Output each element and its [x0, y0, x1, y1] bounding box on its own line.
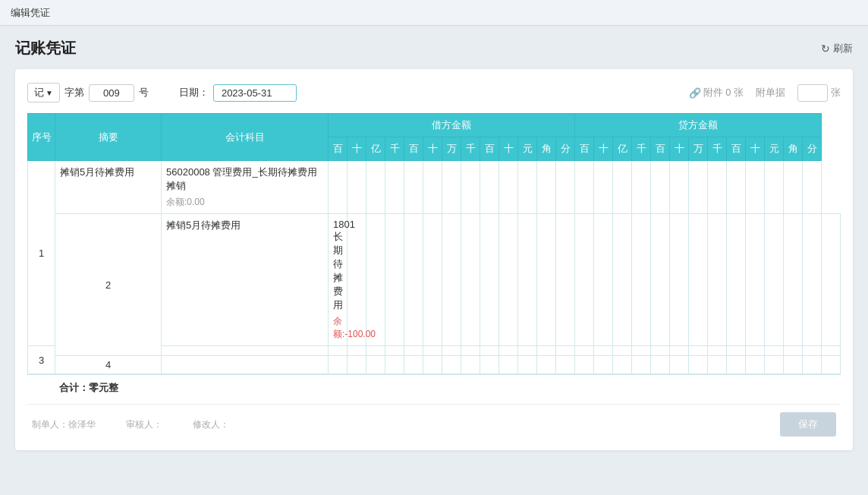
credit-digit-5[interactable] [689, 346, 708, 356]
debit-digit-5[interactable] [423, 161, 442, 214]
credit-digit-5[interactable] [689, 356, 708, 374]
credit-digit-10[interactable] [765, 161, 784, 214]
credit-digit-3[interactable] [632, 161, 651, 214]
debit-digit-12[interactable] [556, 161, 575, 214]
debit-digit-8[interactable] [499, 346, 518, 356]
credit-digit-1[interactable] [613, 356, 632, 374]
credit-digit-9[interactable] [765, 346, 784, 356]
debit-digit-5[interactable] [442, 346, 461, 356]
debit-digit-7[interactable] [480, 356, 499, 374]
type-dropdown[interactable]: 记 ▼ [27, 83, 60, 102]
refresh-button[interactable]: ↻ 刷新 [821, 42, 853, 55]
debit-digit-1[interactable] [366, 214, 385, 346]
debit-digit-9[interactable] [499, 161, 518, 214]
debit-digit-12[interactable] [575, 214, 594, 346]
debit-digit-1[interactable] [366, 346, 385, 356]
debit-digit-8[interactable] [499, 214, 518, 346]
row-subject[interactable] [329, 356, 348, 374]
credit-digit-10[interactable] [784, 346, 803, 356]
debit-digit-7[interactable] [480, 346, 499, 356]
credit-digit-0[interactable] [594, 346, 613, 356]
row-summary[interactable] [162, 346, 329, 356]
debit-digit-7[interactable] [461, 161, 480, 214]
credit-digit-9[interactable] [746, 161, 765, 214]
credit-digit-2[interactable] [632, 214, 651, 346]
debit-digit-6[interactable] [442, 161, 461, 214]
debit-digit-0[interactable] [348, 346, 366, 356]
credit-digit-3[interactable] [651, 356, 670, 374]
debit-digit-10[interactable] [537, 214, 556, 346]
credit-digit-4[interactable] [670, 356, 689, 374]
zhang-input[interactable] [797, 84, 828, 102]
debit-digit-10[interactable] [537, 346, 556, 356]
debit-digit-9[interactable] [518, 214, 537, 346]
credit-digit-4[interactable] [651, 161, 670, 214]
attachment-link[interactable]: 🔗 附件 0 张 [689, 86, 744, 99]
credit-digit-8[interactable] [746, 214, 765, 346]
debit-digit-2[interactable] [385, 214, 404, 346]
debit-digit-9[interactable] [518, 346, 537, 356]
credit-digit-12[interactable] [822, 346, 841, 356]
credit-digit-6[interactable] [708, 214, 727, 346]
credit-digit-1[interactable] [594, 161, 613, 214]
debit-digit-3[interactable] [385, 161, 404, 214]
debit-digit-12[interactable] [575, 346, 594, 356]
credit-digit-7[interactable] [727, 214, 746, 346]
credit-digit-1[interactable] [613, 346, 632, 356]
debit-digit-8[interactable] [499, 356, 518, 374]
row-subject[interactable]: 56020008 管理费用_长期待摊费用摊销余额:0.00 [162, 161, 329, 214]
debit-digit-7[interactable] [480, 214, 499, 346]
debit-digit-1[interactable] [348, 161, 366, 214]
debit-digit-10[interactable] [537, 356, 556, 374]
debit-digit-12[interactable] [575, 356, 594, 374]
debit-digit-11[interactable] [537, 161, 556, 214]
debit-digit-6[interactable] [461, 356, 480, 374]
credit-digit-9[interactable] [765, 214, 784, 346]
date-input[interactable] [213, 84, 297, 102]
debit-digit-3[interactable] [404, 346, 423, 356]
debit-digit-4[interactable] [423, 356, 442, 374]
number-input[interactable] [89, 84, 134, 102]
debit-digit-11[interactable] [556, 356, 575, 374]
credit-digit-12[interactable] [803, 161, 822, 214]
debit-digit-3[interactable] [404, 356, 423, 374]
debit-digit-5[interactable] [442, 356, 461, 374]
debit-digit-0[interactable] [348, 214, 366, 346]
credit-digit-11[interactable] [803, 356, 822, 374]
credit-digit-7[interactable] [708, 161, 727, 214]
debit-digit-5[interactable] [442, 214, 461, 346]
credit-digit-0[interactable] [575, 161, 594, 214]
credit-digit-0[interactable] [594, 356, 613, 374]
credit-digit-4[interactable] [670, 346, 689, 356]
credit-digit-6[interactable] [708, 346, 727, 356]
debit-digit-11[interactable] [556, 214, 575, 346]
credit-digit-9[interactable] [765, 356, 784, 374]
debit-digit-2[interactable] [385, 346, 404, 356]
save-button[interactable]: 保存 [780, 412, 836, 437]
debit-digit-4[interactable] [404, 161, 423, 214]
debit-digit-0[interactable] [329, 161, 348, 214]
credit-digit-2[interactable] [632, 356, 651, 374]
debit-digit-11[interactable] [556, 346, 575, 356]
debit-digit-9[interactable] [518, 356, 537, 374]
credit-digit-8[interactable] [746, 356, 765, 374]
credit-digit-12[interactable] [822, 214, 841, 346]
credit-digit-1[interactable] [613, 214, 632, 346]
credit-digit-7[interactable] [727, 356, 746, 374]
credit-digit-6[interactable] [708, 356, 727, 374]
debit-digit-6[interactable] [461, 346, 480, 356]
credit-digit-2[interactable] [613, 161, 632, 214]
credit-digit-12[interactable] [822, 356, 841, 374]
credit-digit-0[interactable] [594, 214, 613, 346]
credit-digit-4[interactable] [670, 214, 689, 346]
credit-digit-7[interactable] [727, 346, 746, 356]
credit-digit-3[interactable] [651, 346, 670, 356]
credit-digit-11[interactable] [803, 346, 822, 356]
row-subject[interactable] [329, 346, 348, 356]
row-summary[interactable] [162, 356, 329, 374]
row-summary[interactable]: 摊销5月待摊费用 [55, 161, 162, 214]
debit-digit-2[interactable] [385, 356, 404, 374]
debit-digit-1[interactable] [366, 356, 385, 374]
credit-digit-8[interactable] [746, 346, 765, 356]
debit-digit-6[interactable] [461, 214, 480, 346]
